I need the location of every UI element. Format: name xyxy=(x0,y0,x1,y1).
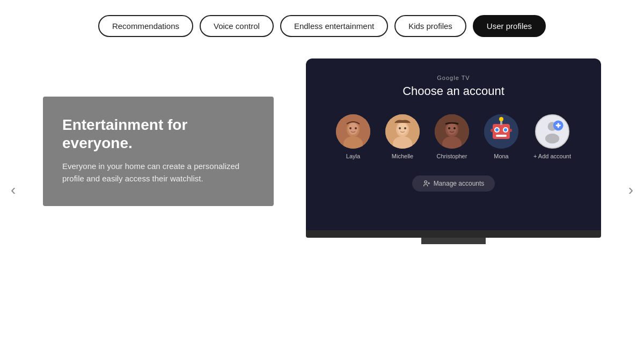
tv-screen-title: Choose an account xyxy=(402,84,504,98)
tab-kids-profiles[interactable]: Kids profiles xyxy=(394,15,466,37)
svg-point-35 xyxy=(425,181,427,184)
svg-point-31 xyxy=(545,134,559,144)
profile-name-michelle: Michelle xyxy=(392,153,413,159)
avatar-christopher xyxy=(435,114,469,149)
svg-point-5 xyxy=(355,127,357,129)
profile-layla[interactable]: Layla xyxy=(336,114,370,159)
tab-recommendations[interactable]: Recommendations xyxy=(98,15,193,37)
svg-point-4 xyxy=(349,127,352,129)
prev-arrow-button[interactable]: ‹ xyxy=(5,176,21,204)
svg-point-28 xyxy=(509,129,512,132)
svg-point-11 xyxy=(404,127,406,129)
svg-point-16 xyxy=(448,127,450,129)
avatar-michelle xyxy=(385,114,420,149)
tv-bezel-bottom xyxy=(306,230,601,238)
svg-point-10 xyxy=(399,127,401,129)
tab-user-profiles[interactable]: User profiles xyxy=(473,15,546,37)
tab-voice-control[interactable]: Voice control xyxy=(200,15,274,37)
svg-point-17 xyxy=(453,127,456,129)
svg-point-23 xyxy=(504,128,507,131)
profile-name-mona: Mona xyxy=(494,153,509,159)
next-arrow-button[interactable]: › xyxy=(623,176,639,204)
tab-endless-entertainment[interactable]: Endless entertainment xyxy=(280,15,388,37)
profile-mona[interactable]: Mona xyxy=(484,114,518,159)
feature-text-box: Entertainment for everyone. Everyone in … xyxy=(43,97,274,206)
profile-name-layla: Layla xyxy=(346,153,360,159)
tabs-nav: Recommendations Voice control Endless en… xyxy=(0,0,644,48)
svg-point-27 xyxy=(491,129,494,132)
profiles-row: Layla xyxy=(336,114,571,159)
profile-name-christopher: Christopher xyxy=(437,153,467,159)
avatar-mona xyxy=(484,114,518,149)
main-content: Entertainment for everyone. Everyone in … xyxy=(0,48,644,255)
manage-accounts-button[interactable]: Manage accounts xyxy=(412,175,495,192)
tv-stand-neck xyxy=(421,238,486,244)
manage-accounts-label: Manage accounts xyxy=(434,180,485,187)
tv-mockup: Google TV Choose an account xyxy=(306,58,601,244)
svg-rect-34 xyxy=(558,123,559,128)
tv-stand xyxy=(306,238,601,244)
tv-brand-label: Google TV xyxy=(437,75,470,81)
profile-name-add: + Add account xyxy=(533,153,571,159)
svg-rect-24 xyxy=(496,135,507,137)
svg-point-26 xyxy=(499,117,503,121)
profile-christopher[interactable]: Christopher xyxy=(435,114,469,159)
feature-body: Everyone in your home can create a perso… xyxy=(62,160,254,185)
profile-michelle[interactable]: Michelle xyxy=(385,114,420,159)
profile-add-account[interactable]: + Add account xyxy=(533,114,571,159)
avatar-add xyxy=(535,114,569,149)
tv-screen: Google TV Choose an account xyxy=(306,58,601,230)
feature-heading: Entertainment for everyone. xyxy=(62,116,254,152)
svg-point-22 xyxy=(495,128,499,131)
avatar-layla xyxy=(336,114,370,149)
